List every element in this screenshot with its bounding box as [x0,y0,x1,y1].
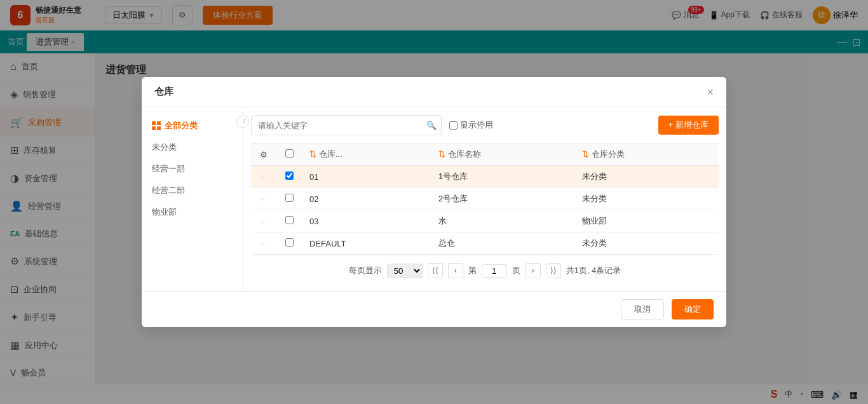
sort-icon: ⇅ [582,149,589,159]
row-category: 未分类 [574,188,719,210]
modal-body: 全部分类 《 未分类 经营一部 经营二部 物业部 🔍 [142,107,726,291]
row-action-cell[interactable]: ··· [251,210,276,232]
category-all-header[interactable]: 全部分类 [142,115,243,137]
table-row[interactable]: ··· 01 1号仓库 未分类 [251,166,719,188]
row-action-icon[interactable]: ··· [261,172,268,182]
col-name[interactable]: ⇅仓库名称 [431,144,574,166]
col-code[interactable]: ⇅仓库... [302,144,431,166]
page-label-pre: 第 [468,265,477,276]
row-category: 物业部 [574,210,719,232]
category-item-dept2[interactable]: 经营二部 [142,180,243,201]
collapse-button[interactable]: 《 [236,115,249,128]
show-disabled-label: 显示停用 [460,119,493,131]
modal-footer: 取消 确定 [142,291,726,327]
total-records: 共1页, 4条记录 [566,265,621,276]
page-label-post: 页 [512,265,520,276]
per-page-select[interactable]: 50 100 200 [387,264,423,278]
modal-title: 仓库 [154,86,173,98]
warehouse-modal: 仓库 × 全部分类 《 未分类 经营一部 经营二部 物业部 [142,77,726,327]
table-toolbar: 🔍 显示停用 + 新增仓库 [251,115,719,135]
col-settings[interactable]: ⚙ [251,144,276,166]
cancel-button[interactable]: 取消 [621,299,664,320]
sort-icon: ⇅ [438,149,445,159]
row-name: 2号仓库 [431,188,574,210]
search-wrap: 🔍 [251,115,442,135]
row-checkbox[interactable] [285,194,294,202]
row-checkbox-cell[interactable] [276,166,302,188]
row-code: 02 [302,188,431,210]
col-checkbox [276,144,302,166]
table-header-row: ⚙ ⇅仓库... ⇅仓库名称 [251,144,719,166]
pagination: 每页显示 50 100 200 ⟨⟨ ‹ 第 页 › ⟩⟩ 共1页, 4条记录 [251,255,719,283]
per-page-label: 每页显示 [349,265,382,276]
modal-header: 仓库 × [142,77,726,107]
first-page-button[interactable]: ⟨⟨ [428,263,443,278]
next-page-button[interactable]: › [526,263,541,278]
collapse-icon: 《 [240,117,246,126]
prev-page-button[interactable]: ‹ [448,263,463,278]
row-code: DEFAULT [302,232,431,255]
table-row[interactable]: ··· 03 水 物业部 [251,210,719,232]
row-checkbox-cell[interactable] [276,210,302,232]
row-checkbox-cell[interactable] [276,232,302,255]
show-disabled-checkbox[interactable] [449,121,458,130]
last-page-button[interactable]: ⟩⟩ [546,263,561,278]
add-warehouse-button[interactable]: + 新增仓库 [658,116,719,135]
row-code: 01 [302,166,431,188]
row-action-icon[interactable]: ··· [261,217,268,226]
row-name: 水 [431,210,574,232]
all-categories-label: 全部分类 [165,120,198,131]
row-category: 未分类 [574,232,719,255]
table-row[interactable]: ··· DEFAULT 总仓 未分类 [251,232,719,255]
search-icon[interactable]: 🔍 [426,121,437,130]
sort-icon: ⇅ [309,149,316,159]
row-action-cell[interactable]: ··· [251,166,276,188]
category-item-unclassified[interactable]: 未分类 [142,137,243,158]
row-checkbox[interactable] [285,238,294,246]
category-item-property[interactable]: 物业部 [142,201,243,223]
page-number-input[interactable] [482,264,507,278]
modal-close-button[interactable]: × [707,86,714,98]
grid-icon [152,121,161,130]
row-name: 总仓 [431,232,574,255]
select-all-checkbox[interactable] [285,149,294,158]
confirm-button[interactable]: 确定 [672,299,714,320]
table-panel: 🔍 显示停用 + 新增仓库 ⚙ [243,107,726,291]
modal-overlay[interactable]: 仓库 × 全部分类 《 未分类 经营一部 经营二部 物业部 [0,0,868,404]
row-name: 1号仓库 [431,166,574,188]
row-action-icon[interactable]: ··· [261,194,268,204]
row-checkbox[interactable] [285,172,294,180]
row-checkbox[interactable] [285,216,294,224]
row-checkbox-cell[interactable] [276,188,302,210]
category-panel: 全部分类 《 未分类 经营一部 经营二部 物业部 [142,107,243,291]
show-disabled-wrap[interactable]: 显示停用 [449,119,493,131]
warehouse-table: ⚙ ⇅仓库... ⇅仓库名称 [251,143,719,255]
row-action-icon[interactable]: ··· [261,239,268,248]
table-row[interactable]: ··· 02 2号仓库 未分类 [251,188,719,210]
category-item-dept1[interactable]: 经营一部 [142,158,243,180]
col-category[interactable]: ⇅仓库分类 [574,144,719,166]
row-action-cell[interactable]: ··· [251,188,276,210]
row-code: 03 [302,210,431,232]
table-container: ⚙ ⇅仓库... ⇅仓库名称 [251,143,719,255]
row-category: 未分类 [574,166,719,188]
search-input[interactable] [251,115,442,135]
row-action-cell[interactable]: ··· [251,232,276,255]
